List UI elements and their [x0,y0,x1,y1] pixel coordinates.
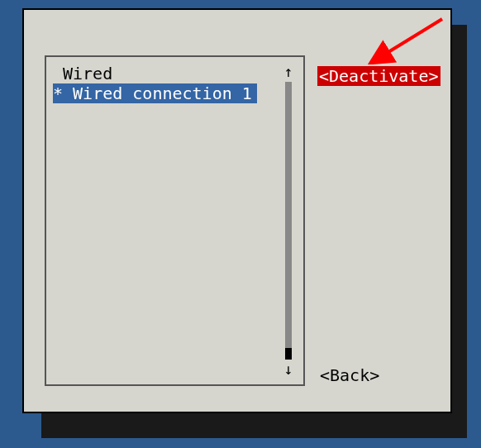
connection-category: Wired [53,64,274,83]
back-button[interactable]: <Back> [320,365,379,385]
scroll-thumb[interactable] [285,348,292,360]
nmtui-dialog: Wired * Wired connection 1 ↑ ↓ <Deactiva… [22,8,452,413]
connection-listbox[interactable]: Wired * Wired connection 1 ↑ ↓ [45,55,305,386]
connection-list-content: Wired * Wired connection 1 [53,64,274,103]
scroll-track-bar [285,82,292,360]
scrollbar[interactable]: ↑ ↓ [280,64,297,378]
scroll-up-icon[interactable]: ↑ [280,64,297,80]
scroll-down-icon[interactable]: ↓ [280,361,297,378]
connection-item[interactable]: * Wired connection 1 [53,83,257,103]
deactivate-button[interactable]: <Deactivate> [317,66,441,86]
